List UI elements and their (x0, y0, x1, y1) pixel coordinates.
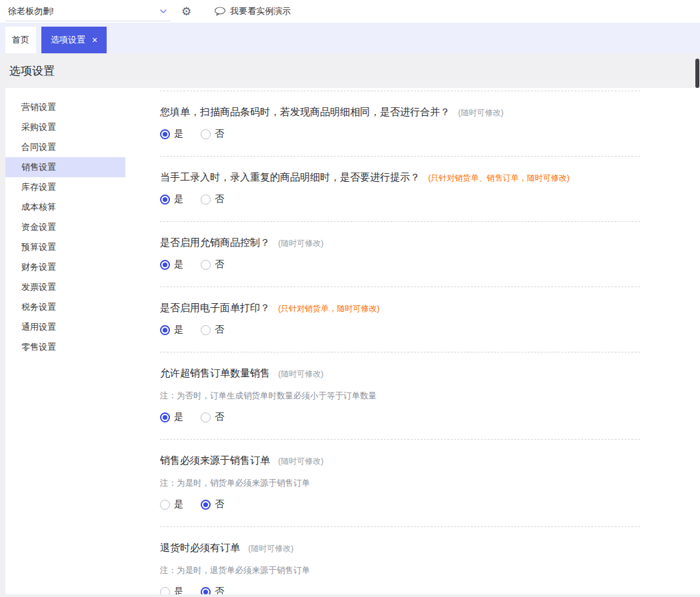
tab-options-settings[interactable]: 选项设置 × (41, 27, 107, 53)
sidebar-item-retail[interactable]: 零售设置 (5, 337, 125, 357)
question-text: 是否启用允销商品控制？ (160, 237, 270, 248)
setting-question: 退货时必须有订单 (随时可修改) (160, 542, 640, 554)
sidebar-item-invoice[interactable]: 发票设置 (5, 277, 125, 297)
radio-no-label: 否 (215, 324, 224, 336)
radio-yes-label: 是 (174, 586, 183, 594)
radio-yes[interactable]: 是 (160, 324, 183, 336)
setting-note: (随时可修改) (278, 369, 323, 378)
settings-sections: 您填单，扫描商品条码时，若发现商品明细相同，是否进行合并？ (随时可修改) 是 … (160, 91, 640, 594)
radio-yes-label: 是 (174, 411, 183, 423)
sidebar-item-contract[interactable]: 合同设置 (5, 137, 125, 157)
radio-yes[interactable]: 是 (160, 128, 183, 140)
radio-yes-label: 是 (174, 259, 183, 271)
sidebar-item-costing[interactable]: 成本核算 (5, 197, 125, 217)
close-icon[interactable]: × (92, 35, 97, 45)
setting-oversell-order-qty: 允许超销售订单数量销售 (随时可修改) 注：为否时，订单生成销货单时数量必须小于… (160, 352, 640, 440)
tab-home-label: 首页 (12, 34, 29, 46)
setting-question: 销售必须来源于销售订单 (随时可修改) (160, 454, 640, 467)
gear-icon[interactable]: ⚙ (181, 6, 191, 17)
workspace-name: 徐老板勿删! (5, 5, 54, 17)
radio-no[interactable]: 否 (201, 324, 224, 336)
sidebar-item-sales[interactable]: 销售设置 (5, 157, 125, 177)
setting-question: 当手工录入时，录入重复的商品明细时，是否要进行提示？ (只针对销货单、销售订单，… (160, 171, 640, 184)
radio-circle (201, 587, 211, 595)
radio-no-label: 否 (215, 128, 224, 140)
question-text: 您填单，扫描商品条码时，若发现商品明细相同，是否进行合并？ (160, 106, 450, 117)
sidebar-item-funds[interactable]: 资金设置 (5, 217, 125, 237)
question-text: 允许超销售订单数量销售 (160, 367, 270, 378)
sidebar-item-purchase[interactable]: 采购设置 (5, 117, 125, 137)
radio-circle (201, 260, 211, 270)
setting-note: (只针对销货单，随时可修改) (278, 304, 379, 313)
radio-circle (160, 500, 170, 510)
chat-bubble-icon (214, 7, 226, 16)
radio-no-label: 否 (215, 586, 224, 594)
page-title: 选项设置 (9, 63, 55, 79)
tab-options-label: 选项设置 (51, 34, 85, 46)
radio-yes-label: 是 (174, 193, 183, 205)
chevron-down-icon (159, 7, 168, 16)
sidebar-item-budget[interactable]: 预算设置 (5, 237, 125, 257)
demo-link[interactable]: 我要看实例演示 (214, 5, 291, 17)
radio-yes-label: 是 (174, 324, 183, 336)
sidebar: 营销设置 采购设置 合同设置 销售设置 库存设置 成本核算 资金设置 预算设置 … (5, 88, 125, 594)
sidebar-item-general[interactable]: 通用设置 (5, 317, 125, 337)
workspace-select[interactable]: 徐老板勿删! (5, 1, 171, 21)
radio-yes[interactable]: 是 (160, 498, 183, 510)
setting-question: 您填单，扫描商品条码时，若发现商品明细相同，是否进行合并？ (随时可修改) (160, 106, 640, 119)
radio-no[interactable]: 否 (201, 259, 224, 271)
radio-circle (201, 412, 211, 422)
radio-group: 是 否 (160, 259, 640, 271)
radio-no-label: 否 (215, 193, 224, 205)
radio-circle (160, 587, 170, 595)
radio-no[interactable]: 否 (201, 411, 224, 423)
radio-group: 是 否 (160, 411, 640, 423)
radio-circle (201, 500, 211, 510)
radio-circle (160, 260, 170, 270)
setting-note: (随时可修改) (278, 456, 323, 466)
topbar: 徐老板勿删! ⚙ 我要看实例演示 (0, 0, 700, 23)
title-bar: 选项设置 (0, 53, 700, 88)
radio-no[interactable]: 否 (201, 586, 224, 594)
setting-note: (随时可修改) (458, 108, 503, 117)
radio-group: 是 否 (160, 193, 640, 205)
radio-no[interactable]: 否 (201, 193, 224, 205)
sidebar-item-tax[interactable]: 税务设置 (5, 297, 125, 317)
radio-yes-label: 是 (174, 498, 183, 510)
setting-merge-barcode: 您填单，扫描商品条码时，若发现商品明细相同，是否进行合并？ (随时可修改) 是 … (160, 91, 640, 157)
radio-circle (160, 129, 170, 139)
radio-yes[interactable]: 是 (160, 411, 183, 423)
radio-circle (201, 195, 211, 205)
radio-group: 是 否 (160, 128, 640, 140)
radio-no[interactable]: 否 (201, 128, 224, 140)
radio-circle (160, 195, 170, 205)
radio-circle (160, 412, 170, 422)
setting-eprint-waybill: 是否启用电子面单打印？ (只针对销货单，随时可修改) 是 否 (160, 287, 640, 352)
setting-subnote: 注：为否时，订单生成销货单时数量必须小于等于订单数量 (160, 390, 640, 402)
setting-note: (随时可修改) (278, 239, 323, 248)
settings-panel: 您填单，扫描商品条码时，若发现商品明细相同，是否进行合并？ (随时可修改) 是 … (125, 88, 700, 594)
setting-note: (随时可修改) (248, 544, 293, 553)
radio-circle (201, 325, 211, 335)
radio-yes[interactable]: 是 (160, 259, 183, 271)
scrollbar-thumb[interactable] (695, 59, 699, 88)
sidebar-item-inventory[interactable]: 库存设置 (5, 177, 125, 197)
setting-question: 允许超销售订单数量销售 (随时可修改) (160, 367, 640, 380)
radio-group: 是 否 (160, 324, 640, 336)
sidebar-item-finance[interactable]: 财务设置 (5, 257, 125, 277)
demo-link-label: 我要看实例演示 (230, 5, 291, 17)
radio-yes-label: 是 (174, 128, 183, 140)
tab-home[interactable]: 首页 (5, 27, 36, 53)
radio-no-label: 否 (215, 259, 224, 271)
radio-group: 是 否 (160, 498, 640, 510)
setting-subnote: 注：为是时，销货单必须来源于销售订单 (160, 478, 640, 489)
setting-duplicate-prompt: 当手工录入时，录入重复的商品明细时，是否要进行提示？ (只针对销货单、销售订单，… (160, 157, 640, 222)
radio-yes[interactable]: 是 (160, 193, 183, 205)
radio-yes[interactable]: 是 (160, 586, 183, 594)
radio-no-label: 否 (215, 498, 224, 510)
radio-circle (160, 325, 170, 335)
setting-allow-sale-control: 是否启用允销商品控制？ (随时可修改) 是 否 (160, 222, 640, 287)
setting-note: (只针对销货单、销售订单，随时可修改) (428, 173, 569, 183)
radio-no[interactable]: 否 (201, 498, 224, 510)
sidebar-item-marketing[interactable]: 营销设置 (5, 97, 125, 117)
